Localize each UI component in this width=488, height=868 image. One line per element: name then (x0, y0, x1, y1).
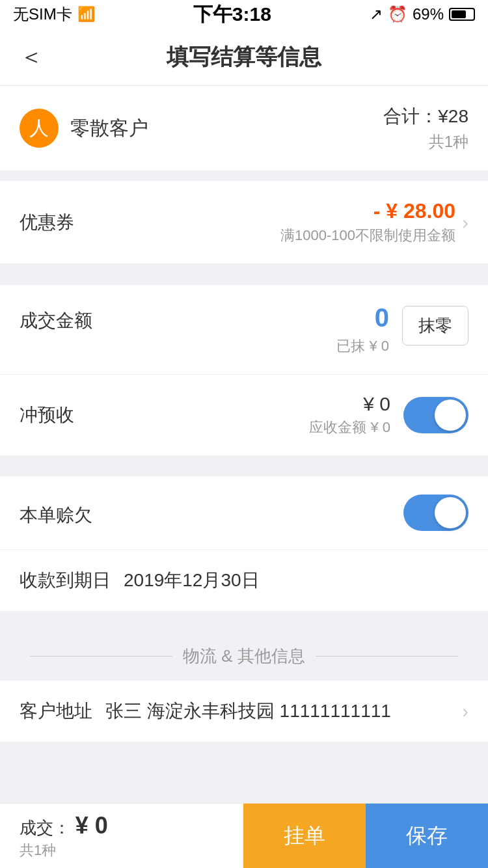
bottom-bar: 成交： ¥ 0 共1种 挂单 保存 (0, 803, 488, 868)
prepaid-info: ¥ 0 应收金额 ¥ 0 (309, 393, 390, 437)
coupon-amount: - ¥ 28.00 (280, 199, 455, 223)
coupon-desc: 满1000-100不限制使用金额 (280, 226, 455, 245)
duedate-row: 收款到期日 2019年12月30日 (0, 550, 488, 611)
hold-button[interactable]: 挂单 (243, 804, 366, 869)
coupon-row[interactable]: 优惠券 - ¥ 28.00 满1000-100不限制使用金额 › (0, 181, 488, 264)
bottom-deal-amount: ¥ 0 (75, 812, 108, 839)
section-divider-3 (0, 621, 488, 632)
avatar: 人 (20, 109, 59, 148)
bottom-left: 成交： ¥ 0 共1种 (0, 812, 243, 860)
coupon-label: 优惠券 (20, 210, 74, 235)
prepaid-right: ¥ 0 应收金额 ¥ 0 (309, 393, 468, 437)
address-label: 客户地址 (20, 699, 92, 724)
deal-right: 0 已抹 ¥ 0 抹零 (336, 303, 468, 356)
round-btn[interactable]: 抹零 (402, 306, 468, 346)
deal-value-block: 0 已抹 ¥ 0 (336, 303, 389, 356)
section-divider-1 (0, 275, 488, 285)
address-value: 张三 海淀永丰科技园 11111111111 (105, 699, 462, 724)
bottom-deal-row: 成交： ¥ 0 (20, 812, 224, 839)
arrears-toggle-knob (435, 497, 466, 528)
section-divider-2 (0, 466, 488, 476)
avatar-icon: 人 (29, 115, 49, 142)
save-button[interactable]: 保存 (366, 804, 488, 869)
logistics-title: 物流 & 其他信息 (183, 645, 305, 668)
chevron-right-icon: › (462, 211, 468, 234)
prepaid-sub: 应收金额 ¥ 0 (309, 418, 390, 437)
deal-sub: 已抹 ¥ 0 (336, 336, 389, 356)
location-icon: ↗ (370, 5, 383, 23)
battery-percent: 69% (413, 5, 444, 23)
duedate-value: 2019年12月30日 (124, 568, 260, 593)
coupon-card[interactable]: 优惠券 - ¥ 28.00 满1000-100不限制使用金额 › (0, 181, 488, 264)
deal-label: 成交金额 (20, 303, 92, 333)
total-count: 共1种 (383, 131, 468, 152)
arrears-row: 本单赊欠 (0, 476, 488, 550)
bottom-deal-label: 成交： (20, 818, 70, 837)
arrears-label: 本单赊欠 (20, 498, 92, 528)
prepaid-label: 冲预收 (20, 403, 74, 427)
divider-left (30, 656, 172, 657)
battery-icon (449, 8, 475, 21)
coupon-right: - ¥ 28.00 满1000-100不限制使用金额 › (280, 199, 468, 245)
status-bar: 无SIM卡 📶 下午3:18 ↗ ⏰ 69% (0, 0, 488, 29)
customer-name: 零散客户 (70, 115, 148, 142)
arrears-card: 本单赊欠 收款到期日 2019年12月30日 (0, 476, 488, 611)
address-card[interactable]: 客户地址 张三 海淀永丰科技园 11111111111 › (0, 681, 488, 742)
customer-row: 人 零散客户 合计：¥28 共1种 (0, 86, 488, 170)
content: 人 零散客户 合计：¥28 共1种 优惠券 - ¥ 28.00 满1000-10… (0, 86, 488, 830)
toggle-knob (435, 400, 466, 431)
prepaid-row: 冲预收 ¥ 0 应收金额 ¥ 0 (0, 375, 488, 455)
deal-value: 0 (336, 303, 389, 332)
status-time: 下午3:18 (193, 1, 271, 28)
deal-row: 成交金额 0 已抹 ¥ 0 抹零 (0, 285, 488, 375)
customer-left: 人 零散客户 (20, 109, 148, 148)
bottom-deal-count: 共1种 (20, 841, 224, 860)
status-left: 无SIM卡 📶 (13, 4, 95, 25)
customer-card: 人 零散客户 合计：¥28 共1种 (0, 86, 488, 170)
wifi-icon: 📶 (77, 6, 95, 23)
page-title: 填写结算等信息 (167, 42, 321, 72)
customer-right: 合计：¥28 共1种 (383, 104, 468, 152)
coupon-info: - ¥ 28.00 满1000-100不限制使用金额 (280, 199, 455, 245)
logistics-header: 物流 & 其他信息 (0, 632, 488, 681)
prepaid-toggle[interactable] (403, 397, 468, 433)
arrears-toggle[interactable] (403, 495, 468, 531)
prepaid-amount: ¥ 0 (309, 393, 390, 415)
back-button[interactable]: ＜ (20, 41, 43, 73)
alarm-icon: ⏰ (388, 5, 407, 23)
divider-right (316, 656, 458, 657)
address-chevron-icon: › (462, 700, 468, 722)
total-amount: 合计：¥28 (383, 104, 468, 129)
address-row[interactable]: 客户地址 张三 海淀永丰科技园 11111111111 › (0, 681, 488, 742)
carrier-text: 无SIM卡 (13, 4, 72, 25)
nav-bar: ＜ 填写结算等信息 (0, 29, 488, 86)
deal-card: 成交金额 0 已抹 ¥ 0 抹零 冲预收 ¥ 0 应收金额 ¥ 0 (0, 285, 488, 455)
duedate-label: 收款到期日 (20, 568, 111, 593)
status-right: ↗ ⏰ 69% (370, 5, 475, 23)
